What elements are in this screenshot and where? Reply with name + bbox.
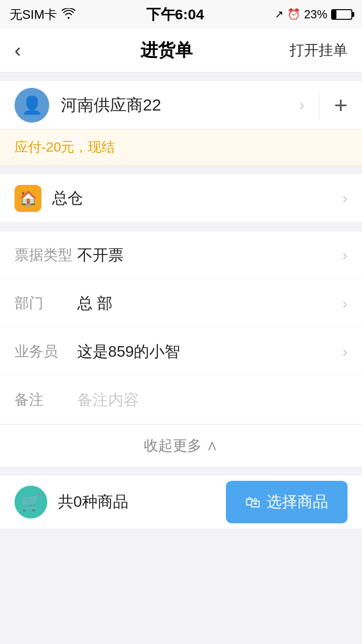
warehouse-row[interactable]: 🏠 总仓 › <box>0 174 362 223</box>
notice-bar: 应付-20元，现结 <box>0 129 362 166</box>
notice-text: 应付-20元，现结 <box>14 140 115 154</box>
form-section: 票据类型 不开票 › 部门 总 部 › 业务员 这是859的小智 › 备注 备注… <box>0 231 362 467</box>
supplier-name: 河南供应商22 <box>61 94 294 116</box>
supplier-avatar: 👤 <box>14 88 49 123</box>
supplier-row[interactable]: 👤 河南供应商22 › + <box>0 81 362 129</box>
salesperson-row[interactable]: 业务员 这是859的小智 › <box>0 328 362 376</box>
invoice-type-row[interactable]: 票据类型 不开票 › <box>0 231 362 280</box>
collapse-label: 收起更多 ∧ <box>144 436 218 456</box>
add-supplier-button[interactable]: + <box>334 94 348 117</box>
department-value: 总 部 <box>77 293 337 314</box>
invoice-type-chevron-icon: › <box>342 246 348 264</box>
remark-placeholder: 备注内容 <box>77 390 348 411</box>
department-chevron-icon: › <box>342 294 348 312</box>
main-content-area <box>0 529 362 644</box>
back-button[interactable]: ‹ <box>14 40 43 61</box>
salesperson-label: 业务员 <box>14 342 77 362</box>
select-goods-icon: 🛍 <box>245 493 261 511</box>
battery-percent: 23% <box>304 8 327 21</box>
section-gap-1 <box>0 72 362 81</box>
wifi-icon <box>62 7 75 22</box>
section-gap-2 <box>0 166 362 174</box>
cart-icon: 🛒 <box>21 492 41 512</box>
supplier-section: 👤 河南供应商22 › + 应付-20元，现结 <box>0 81 362 166</box>
page-title: 进货单 <box>140 39 193 62</box>
status-left: 无SIM卡 <box>10 6 75 23</box>
alarm-icon: ⏰ <box>287 8 300 21</box>
goods-count-text: 共0种商品 <box>58 491 226 513</box>
warehouse-chevron-icon: › <box>342 189 348 207</box>
section-gap-3 <box>0 223 362 231</box>
select-goods-label: 选择商品 <box>266 491 328 513</box>
open-pending-button[interactable]: 打开挂单 <box>290 41 348 60</box>
avatar-icon: 👤 <box>21 95 43 115</box>
carrier-text: 无SIM卡 <box>10 6 57 23</box>
salesperson-chevron-icon: › <box>342 343 348 361</box>
warehouse-icon-wrap: 🏠 <box>14 185 42 212</box>
status-bar: 无SIM卡 下午6:04 ↗ ⏰ 23% <box>0 0 362 29</box>
status-time: 下午6:04 <box>146 5 204 25</box>
remark-row[interactable]: 备注 备注内容 <box>0 376 362 424</box>
invoice-type-label: 票据类型 <box>14 245 77 265</box>
status-right: ↗ ⏰ 23% <box>275 8 352 21</box>
collapse-toggle[interactable]: 收起更多 ∧ <box>0 424 362 467</box>
salesperson-value: 这是859的小智 <box>77 341 337 363</box>
nav-bar: ‹ 进货单 打开挂单 <box>0 29 362 72</box>
select-goods-button[interactable]: 🛍 选择商品 <box>226 481 348 523</box>
remark-label: 备注 <box>14 390 77 410</box>
invoice-type-value: 不开票 <box>77 245 337 266</box>
department-row[interactable]: 部门 总 部 › <box>0 280 362 328</box>
cart-icon-wrap: 🛒 <box>14 486 47 518</box>
location-icon: ↗ <box>275 8 283 21</box>
divider <box>319 91 320 120</box>
warehouse-icon: 🏠 <box>19 190 37 207</box>
bottom-bar: 🛒 共0种商品 🛍 选择商品 <box>0 476 362 529</box>
warehouse-label: 总仓 <box>52 188 337 209</box>
battery-icon <box>331 9 352 20</box>
supplier-chevron-icon: › <box>299 96 305 114</box>
department-label: 部门 <box>14 294 77 313</box>
